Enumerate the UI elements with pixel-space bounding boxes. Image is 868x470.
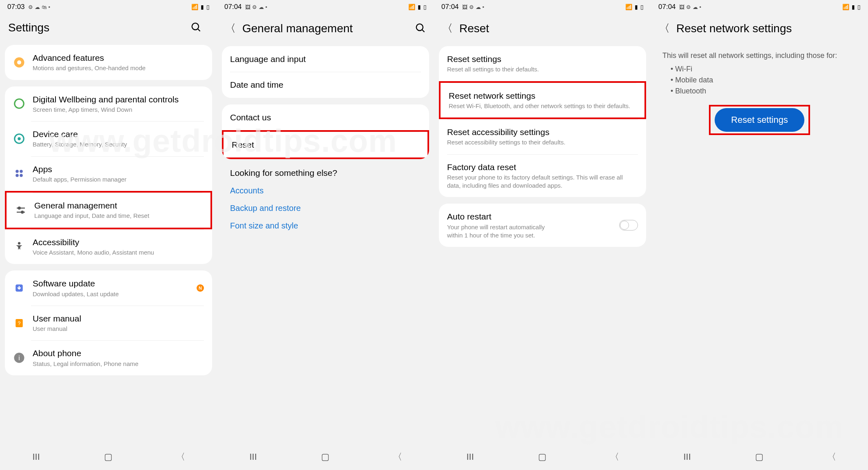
item-title: Software update [33, 278, 189, 289]
home-button[interactable]: ▢ [100, 452, 117, 462]
apps-icon [13, 167, 25, 180]
home-button[interactable]: ▢ [317, 452, 334, 462]
item-contact-us[interactable]: Contact us [222, 104, 429, 130]
status-time: 07:04 [224, 3, 242, 11]
update-icon [13, 282, 25, 294]
nav-bar: III ▢ 〈 [434, 444, 651, 470]
gear-icon: ⚙ [469, 4, 474, 10]
svg-text:?: ? [18, 321, 21, 326]
svg-point-15 [18, 207, 20, 209]
status-time: 07:04 [658, 3, 676, 11]
item-title: Reset network settings [449, 90, 636, 101]
page-title: Settings [8, 21, 183, 34]
item-reset-settings[interactable]: Reset settingsReset all settings to thei… [439, 46, 646, 81]
reset-settings-button[interactable]: Reset settings [715, 108, 804, 132]
item-general-management[interactable]: General managementLanguage and input, Da… [5, 191, 212, 229]
item-subtitle: Reset accessibility settings to their de… [447, 138, 638, 146]
svg-line-1 [198, 29, 200, 31]
svg-text:i: i [18, 354, 20, 361]
signal-icon: ▮ [635, 4, 638, 10]
battery-icon: ▯ [640, 4, 644, 10]
search-icon[interactable] [190, 21, 202, 34]
item-title: General management [34, 200, 202, 211]
svg-point-16 [21, 211, 23, 213]
item-factory-data-reset[interactable]: Factory data resetReset your phone to it… [439, 154, 646, 197]
wifi-icon: 📶 [625, 4, 632, 10]
item-reset-network-settings[interactable]: Reset network settingsReset Wi-Fi, Bluet… [439, 81, 646, 120]
item-reset-accessibility-settings[interactable]: Reset accessibility settingsReset access… [439, 119, 646, 154]
item-user-manual[interactable]: ? User manualUser manual [5, 306, 212, 341]
link-backup-restore[interactable]: Backup and restore [230, 200, 421, 217]
page-title: Reset network settings [676, 22, 860, 35]
item-digital-wellbeing[interactable]: Digital Wellbeing and parental controlsS… [5, 86, 212, 122]
recents-button[interactable]: III [679, 452, 695, 462]
item-subtitle: Voice Assistant, Mono audio, Assistant m… [33, 248, 204, 257]
screen-reset: 07:04 🖼⚙☁• 📶▮▯ 〈 Reset Reset settingsRes… [434, 0, 651, 470]
home-button[interactable]: ▢ [751, 452, 768, 462]
home-button[interactable]: ▢ [534, 452, 551, 462]
item-subtitle: Reset Wi-Fi, Bluetooth, and other networ… [449, 102, 636, 110]
nav-bar: III ▢ 〈 [651, 444, 868, 470]
svg-point-0 [192, 23, 199, 30]
link-accounts[interactable]: Accounts [230, 182, 421, 200]
back-button[interactable]: 〈 [607, 451, 623, 463]
recents-button[interactable]: III [462, 452, 478, 462]
item-device-care[interactable]: Device careBattery, Storage, Memory, Sec… [5, 121, 212, 156]
search-icon[interactable] [414, 22, 426, 35]
svg-point-8 [18, 137, 21, 140]
auto-restart-toggle[interactable] [619, 220, 638, 231]
signal-icon: ▮ [201, 4, 204, 10]
back-icon[interactable]: 〈 [659, 21, 669, 35]
dot-icon: • [700, 4, 702, 10]
svg-point-9 [16, 170, 19, 173]
item-software-update[interactable]: Software updateDownload updates, Last up… [5, 270, 212, 306]
device-care-icon [13, 133, 25, 145]
reset-button-highlight: Reset settings [709, 105, 810, 135]
item-auto-restart[interactable]: Auto restartYour phone will restart auto… [439, 204, 646, 247]
item-title: Language and input [230, 53, 421, 64]
recents-button[interactable]: III [245, 452, 261, 462]
item-title: Device care [33, 129, 204, 140]
cloud-icon: ☁ [693, 4, 698, 10]
status-bar: 07:04 🖼⚙☁• 📶▮▯ [434, 0, 651, 14]
item-language-input[interactable]: Language and input [222, 46, 429, 72]
screen-general-management: 07:04 🖼⚙☁• 📶▮▯ 〈 General management Lang… [217, 0, 434, 470]
back-icon[interactable]: 〈 [225, 21, 235, 35]
battery-icon: ▯ [206, 4, 210, 10]
recents-button[interactable]: III [28, 452, 44, 462]
svg-point-23 [416, 24, 423, 30]
nav-bar: III ▢ 〈 [217, 444, 434, 470]
gear-icon: ⚙ [252, 4, 257, 10]
item-about-phone[interactable]: i About phoneStatus, Legal information, … [5, 340, 212, 375]
item-subtitle: Default apps, Permission manager [33, 175, 204, 184]
item-title: Apps [33, 164, 204, 175]
back-button[interactable]: 〈 [173, 451, 189, 463]
bullet-mobile-data: Mobile data [671, 75, 852, 86]
dot-icon: • [266, 4, 268, 10]
item-accessibility[interactable]: AccessibilityVoice Assistant, Mono audio… [5, 229, 212, 264]
accessibility-icon [13, 241, 25, 253]
wifi-icon: 📶 [408, 4, 415, 10]
advanced-icon [13, 56, 25, 69]
signal-icon: ▮ [418, 4, 421, 10]
item-reset[interactable]: Reset [222, 130, 429, 159]
battery-icon: ▯ [857, 4, 861, 10]
image-icon: 🖼 [245, 4, 250, 10]
back-button[interactable]: 〈 [390, 451, 406, 463]
item-subtitle: User manual [33, 325, 204, 333]
item-subtitle: Download updates, Last update [33, 290, 189, 298]
nav-bar: III ▢ 〈 [0, 444, 217, 470]
sliders-icon [15, 204, 27, 216]
dot-icon: • [483, 4, 485, 10]
bullet-wifi: Wi-Fi [671, 64, 852, 75]
page-title: Reset [459, 22, 643, 35]
item-date-time[interactable]: Date and time [222, 72, 429, 98]
item-title: About phone [33, 348, 204, 359]
back-icon[interactable]: 〈 [442, 21, 452, 35]
back-button[interactable]: 〈 [824, 451, 840, 463]
link-font-size-style[interactable]: Font size and style [230, 217, 421, 235]
item-advanced-features[interactable]: Advanced featuresMotions and gestures, O… [5, 45, 212, 80]
item-title: Reset settings [447, 53, 638, 64]
svg-point-6 [15, 99, 24, 109]
item-apps[interactable]: AppsDefault apps, Permission manager [5, 156, 212, 191]
